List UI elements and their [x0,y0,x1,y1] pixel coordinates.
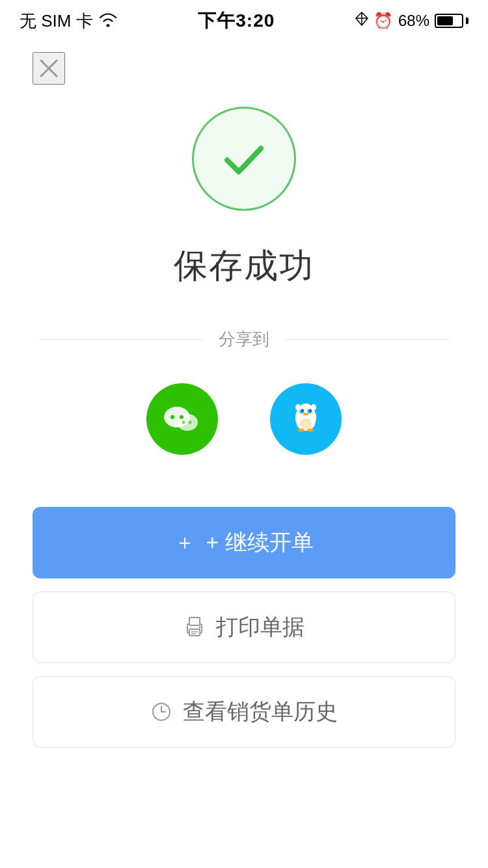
main-content: 保存成功 分享到 [0,42,488,748]
print-label: 打印单据 [216,612,305,642]
svg-point-17 [298,429,305,432]
battery-percent: 68% [398,12,429,30]
continue-label: + 继续开单 [206,528,313,558]
print-icon [183,616,206,638]
status-time: 下午3:20 [198,8,275,33]
checkmark-icon [218,133,270,185]
wifi-icon [98,11,118,31]
share-label: 分享到 [203,328,285,351]
continue-button[interactable]: ＋ + 继续开单 [33,507,455,578]
divider-right [285,339,449,340]
svg-point-26 [199,627,201,629]
success-circle [192,107,296,211]
share-icons [146,383,342,455]
history-label: 查看销货单历史 [183,697,338,727]
status-left: 无 SIM 卡 [20,10,118,33]
history-button[interactable]: 查看销货单历史 [33,676,455,748]
action-buttons: ＋ + 继续开单 打印单据 [0,507,488,748]
share-divider: 分享到 [0,328,488,351]
no-sim-text: 无 SIM 卡 [20,10,93,33]
divider-left [39,339,203,340]
svg-rect-22 [189,617,200,625]
print-button[interactable]: 打印单据 [33,591,455,663]
close-button[interactable] [33,52,65,85]
status-bar: 无 SIM 卡 下午3:20 ⏰ 68% [0,0,488,42]
svg-point-20 [311,404,316,411]
plus-icon: ＋ [174,528,195,557]
history-icon [150,701,172,723]
svg-point-19 [295,404,301,411]
status-right: ⏰ 68% [355,12,468,30]
svg-point-16 [300,418,312,429]
location-icon [355,12,368,30]
alarm-icon: ⏰ [373,12,393,30]
svg-point-13 [310,410,312,412]
svg-point-18 [307,429,314,432]
svg-rect-23 [189,629,200,636]
battery-icon [435,14,468,28]
svg-point-12 [302,410,304,412]
qq-share-button[interactable] [270,383,342,455]
success-title: 保存成功 [174,243,314,289]
wechat-icon [163,403,202,435]
svg-point-6 [182,421,185,424]
wechat-share-button[interactable] [146,383,218,455]
svg-point-5 [180,415,183,419]
svg-point-4 [170,415,174,419]
svg-point-7 [189,421,192,424]
qq-icon [286,400,325,439]
